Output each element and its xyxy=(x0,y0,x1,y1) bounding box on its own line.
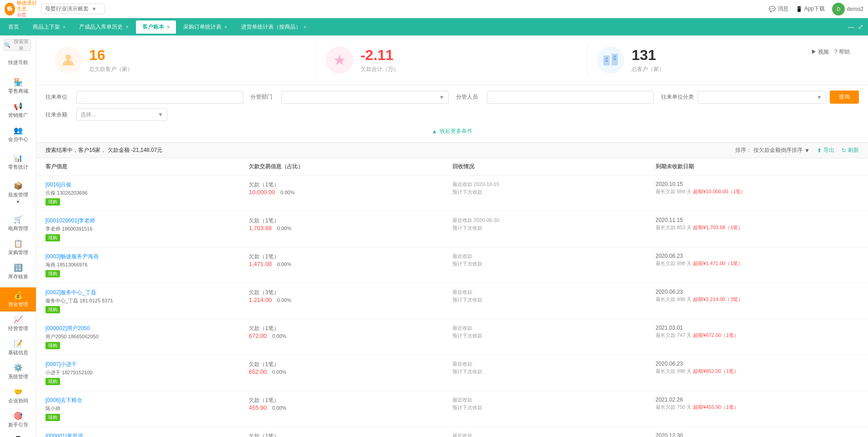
overdue-5[interactable]: 超期¥672.00（1笔） xyxy=(693,332,739,338)
debt-count-8: 欠款（1笔） xyxy=(249,433,279,437)
customer-name-2[interactable]: [0001020001]李老师 xyxy=(45,217,249,225)
sidebar-item-wholesale[interactable]: 📦 批发管理 ▼ xyxy=(0,178,36,208)
tab-customer-account-close[interactable]: × xyxy=(167,24,170,30)
tab-import-stats[interactable]: 进货单统计表（按商品） × xyxy=(235,20,313,34)
next-repay-4: 预计下次收款 xyxy=(452,296,656,303)
sidebar-item-guide[interactable]: 🎯 新手引导 xyxy=(0,408,36,432)
industry-selector[interactable]: 母婴行业演示账套 ▼ xyxy=(41,4,105,14)
overdue-6[interactable]: 超期¥652.00（1笔） xyxy=(693,368,739,374)
overdue-3[interactable]: 超期¥1,471.00（1笔） xyxy=(693,261,743,266)
sidebar-item-basic-info[interactable]: 📝 基础信息 xyxy=(0,336,36,360)
tab-minimize-btn[interactable]: — xyxy=(848,23,854,30)
overdue-7[interactable]: 超期¥455.90（1笔） xyxy=(693,404,739,410)
filter-staff: 分管人员 ... xyxy=(456,91,654,104)
user-profile[interactable]: D demo2 xyxy=(832,3,863,15)
avatar: D xyxy=(832,3,845,15)
debt-amount-5[interactable]: 672.00 xyxy=(249,332,267,339)
tab-purchase-order-close[interactable]: × xyxy=(224,24,227,30)
tab-maximize-btn[interactable]: ⤢ xyxy=(858,23,863,30)
sidebar-item-collab[interactable]: 🤝 企业协同 xyxy=(0,384,36,408)
system-icon: ⚙️ xyxy=(14,363,23,372)
tab-home[interactable]: 首页 xyxy=(2,20,25,34)
sidebar-item-member-center[interactable]: 👥 会员中心 xyxy=(0,122,36,146)
logo-icon: 畅 xyxy=(5,3,15,15)
tab-import-stats-close[interactable]: × xyxy=(304,24,306,30)
finance-icon: 💰 xyxy=(14,291,23,300)
balance-arrow-icon: ▼ xyxy=(158,111,163,118)
customer-name-3[interactable]: [0003]畅捷服务尹海燕 xyxy=(45,253,249,261)
debt-info-4: 欠款（3笔） 1,214.00 0.00% xyxy=(249,289,452,303)
tab-customer-account[interactable]: 客户账本 × xyxy=(136,20,176,34)
debt-amount-3[interactable]: 1,471.00 xyxy=(249,261,272,267)
industry-label: 母婴行业演示账套 xyxy=(45,5,89,13)
dept-select[interactable]: ▼ xyxy=(281,91,448,104)
customer-phone-5: 用户2050 18665062050 xyxy=(45,333,249,340)
sort-selector[interactable]: 排序： 按欠款金额倒序排序 ▼ xyxy=(735,146,810,154)
search-btn[interactable]: 🔍 搜索菜单 xyxy=(4,39,31,51)
query-button[interactable]: 查询 xyxy=(830,90,859,104)
help-action[interactable]: ? 帮助 xyxy=(834,48,850,56)
refresh-btn[interactable]: ↻ 刷新 xyxy=(842,146,859,154)
repay-info-5: 最近收款 预计下次收款 xyxy=(452,325,656,339)
debt-amount-7[interactable]: 455.90 xyxy=(249,404,267,411)
customer-tag-2: 现购 xyxy=(45,234,60,241)
sidebar-item-marketing[interactable]: 📢 营销推广 xyxy=(0,98,36,122)
overdue-4[interactable]: 超期¥1,214.00（3笔） xyxy=(693,296,743,302)
customer-name-4[interactable]: [0002]服务中心_丁磊 xyxy=(45,289,249,296)
unit-category-select[interactable]: ▼ xyxy=(697,91,826,104)
sidebar-quick-nav[interactable]: 快捷导航 xyxy=(0,55,36,70)
sidebar-item-member-label: 会员中心 xyxy=(8,136,28,143)
col-header-debt: 欠款交易信息（占比） xyxy=(249,163,452,171)
tab-product-shelf-close[interactable]: × xyxy=(63,24,65,30)
next-repay-7: 预计下次收款 xyxy=(452,404,656,411)
latest-repay-label-7: 最近收款 xyxy=(452,397,656,403)
sidebar-item-retail-mall[interactable]: 🏪 零售商城 xyxy=(0,74,36,98)
filter-collapse-btn[interactable]: ▲ 收起更多条件 xyxy=(45,126,859,137)
due-info-8: 2020.12.30 最长欠款 808 天 超期¥429.00（1笔） xyxy=(656,432,859,437)
customer-tag-4: 现购 xyxy=(45,306,60,313)
stat-number-total: 131 xyxy=(632,47,811,64)
customer-name-8[interactable]: [000001]黄思源 xyxy=(45,432,249,437)
overdue-1[interactable]: 超期¥10,000.00（1笔） xyxy=(693,189,746,194)
sidebar-item-system[interactable]: ⚙️ 系统管理 xyxy=(0,360,36,384)
video-icon: ▶ xyxy=(811,49,817,55)
stats-row: 16 总欠款客户（家） -2.11 欠款合计（万） xyxy=(36,35,868,85)
table-row: [0001020001]李老师 李老师 18600391516 现购 欠款（1笔… xyxy=(36,211,868,247)
tab-production-history-close[interactable]: × xyxy=(125,24,128,30)
balance-select[interactable]: 选择... ▼ xyxy=(76,108,167,121)
customer-name-6[interactable]: [0007]小进干 xyxy=(45,361,249,368)
staff-input[interactable]: ... xyxy=(487,91,654,104)
overdue-2[interactable]: 超期¥1,703.68（1笔） xyxy=(693,225,743,230)
source-unit-input[interactable]: ... xyxy=(76,91,243,104)
video-action[interactable]: ▶ 视频 xyxy=(811,48,829,56)
due-date-8: 2020.12.30 xyxy=(656,432,859,437)
due-info-4: 2020.06.23 最长欠款 998 天 超期¥1,214.00（3笔） xyxy=(656,289,859,303)
sidebar-item-finance[interactable]: 💰 资金管理 xyxy=(0,287,36,311)
tab-production-history[interactable]: 产成品入库单历史 × xyxy=(73,20,135,34)
debt-amount-4[interactable]: 1,214.00 xyxy=(249,296,272,303)
operations-icon: 📈 xyxy=(14,315,23,324)
customer-name-1[interactable]: [0016]吕俊 xyxy=(45,181,249,189)
customer-name-5[interactable]: [000002]用户2050 xyxy=(45,325,249,332)
stat-label-customers: 总欠款客户（家） xyxy=(89,65,307,73)
export-btn[interactable]: ⬆ 导出 xyxy=(817,146,834,154)
sidebar-item-inventory[interactable]: 🔢 库存核算 xyxy=(0,260,36,284)
message-btn[interactable]: 💬 消息 xyxy=(769,5,788,13)
sidebar-item-operations[interactable]: 📈 经营管理 xyxy=(0,311,36,336)
sidebar-item-app-center[interactable]: 📱 应用中心 xyxy=(0,432,36,437)
debt-amount-2[interactable]: 1,703.68 xyxy=(249,225,272,231)
stat-card-actions: ▶ 视频 ? 帮助 xyxy=(811,46,850,56)
debt-amount-6[interactable]: 652.00 xyxy=(249,368,267,375)
sidebar-item-ecommerce[interactable]: 🛒 电商管理 xyxy=(0,211,36,236)
sidebar-item-purchase[interactable]: 📋 采购管理 xyxy=(0,236,36,260)
tab-product-shelf[interactable]: 商品上下架 × xyxy=(26,20,72,34)
customer-name-7[interactable]: [0006]去下粮仓 xyxy=(45,397,249,404)
repay-info-6: 最近收款 预计下次收款 xyxy=(452,361,656,375)
debt-info-2: 欠款（1笔） 1,703.68 0.00% xyxy=(249,217,452,231)
sidebar-item-retail-stats[interactable]: 📊 零售统计 xyxy=(0,150,36,174)
tab-purchase-order[interactable]: 采购订单统计表 × xyxy=(177,20,233,34)
debt-amount-row-1: 10,000.00 0.00% xyxy=(249,189,452,196)
debt-amount-1[interactable]: 10,000.00 xyxy=(249,189,275,196)
customer-info-5: [000002]用户2050 用户2050 18665062050 现购 xyxy=(45,325,249,349)
app-download-btn[interactable]: 📱 App下载 xyxy=(796,5,825,13)
